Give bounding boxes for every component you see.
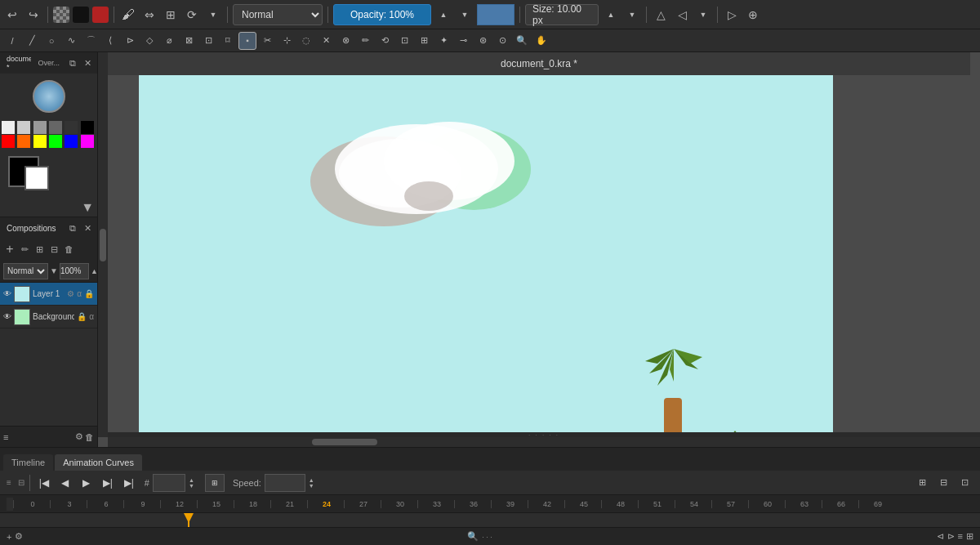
swatch[interactable]: [65, 121, 78, 134]
tab-animation-curves[interactable]: Animation Curves: [55, 454, 142, 471]
onion-prev-icon[interactable]: ⊲: [937, 531, 944, 542]
frame-up-btn[interactable]: ▲: [189, 477, 198, 483]
speed-up-btn[interactable]: ▲: [309, 477, 318, 483]
blend-mode-select[interactable]: Normal: [233, 4, 323, 25]
canvas-content[interactable]: [139, 75, 833, 447]
layer-eye-icon-bg[interactable]: 👁: [3, 312, 11, 321]
timeline-settings-icon[interactable]: ⚙: [15, 531, 23, 542]
layer-eye-icon[interactable]: 👁: [3, 289, 11, 298]
swatch[interactable]: [2, 121, 15, 134]
timeline-cursor[interactable]: [188, 513, 189, 527]
freehand-brush-tool[interactable]: /: [3, 32, 21, 50]
play-btn[interactable]: ▶: [78, 474, 96, 492]
mirror-v-icon[interactable]: ▷: [673, 6, 691, 24]
mirror-h-icon[interactable]: △: [652, 6, 670, 24]
presets-tab[interactable]: document_0.kra *: [3, 53, 31, 73]
go-end-btn[interactable]: ▶|: [120, 474, 138, 492]
layer-group-btn[interactable]: ⊟: [47, 243, 60, 256]
layer-panel-float-btn[interactable]: ⧉: [66, 221, 79, 235]
play-fwd-icon[interactable]: ▷: [723, 6, 741, 24]
swatch[interactable]: [81, 135, 94, 148]
refresh-dropdown-icon[interactable]: ▼: [204, 6, 222, 24]
background-color-box[interactable]: [24, 166, 49, 190]
end-frame-icon[interactable]: ⊟: [934, 474, 952, 492]
ellipse-tool[interactable]: ○: [42, 32, 60, 50]
tool-8[interactable]: ◇: [140, 32, 158, 50]
canvas-scrollbar-v[interactable]: [98, 52, 108, 437]
tool-15[interactable]: ⊹: [278, 32, 296, 50]
onion-next-icon[interactable]: ⊳: [947, 531, 955, 542]
tool-10[interactable]: ⊠: [180, 32, 198, 50]
pan-tool[interactable]: ✋: [532, 32, 550, 50]
overrides-tab[interactable]: Over...: [34, 57, 63, 69]
add-layer-btn[interactable]: +: [3, 243, 16, 256]
foreground-color-icon[interactable]: [92, 7, 109, 23]
tool-23[interactable]: ✦: [434, 32, 452, 50]
undo-icon[interactable]: ↩: [3, 6, 21, 24]
size-up-icon[interactable]: ▲: [602, 6, 620, 24]
zoom-tool[interactable]: 🔍: [513, 32, 531, 50]
brush-preview[interactable]: [33, 80, 65, 113]
select-rect-tool[interactable]: ▪: [238, 32, 256, 50]
tool-9[interactable]: ⌀: [160, 32, 178, 50]
transform-tool[interactable]: ⟲: [376, 32, 394, 50]
tool-25[interactable]: ⊛: [474, 32, 492, 50]
swatch[interactable]: [65, 135, 78, 148]
tool-7[interactable]: ⊳: [121, 32, 139, 50]
timeline-tracks[interactable]: [0, 513, 980, 527]
delete-layer-btn[interactable]: 🗑: [62, 243, 75, 256]
swatch[interactable]: [49, 135, 62, 148]
tool-12[interactable]: ⌑: [219, 32, 237, 50]
brush-preset-icon[interactable]: 🖌: [119, 6, 137, 24]
tool-11[interactable]: ⊡: [199, 32, 217, 50]
scrollbar-thumb-v[interactable]: [100, 229, 106, 261]
swatch[interactable]: [2, 135, 15, 148]
tool-14[interactable]: ✂: [258, 32, 276, 50]
bezier-tool[interactable]: ∿: [62, 32, 80, 50]
frame-number-input[interactable]: 23: [153, 474, 185, 492]
step-back-btn[interactable]: ◀: [56, 474, 74, 492]
onion-skin-icon[interactable]: ≡: [7, 478, 11, 487]
canvas-scrollbar-h[interactable]: [108, 437, 980, 447]
mirror-icon[interactable]: ⇔: [140, 6, 158, 24]
timeline-expand-icon[interactable]: ⊞: [966, 531, 973, 542]
tool-22[interactable]: ⊞: [415, 32, 433, 50]
color-swatch-display[interactable]: [477, 4, 514, 25]
step-forward-btn[interactable]: ▶|: [99, 474, 117, 492]
canvas-timeline-divider[interactable]: · · · · ·: [108, 432, 980, 437]
timeline-add-layer-icon[interactable]: +: [7, 532, 11, 542]
layer-delete-icon[interactable]: 🗑: [85, 432, 94, 442]
wrap-icon[interactable]: ⊞: [162, 6, 180, 24]
tool-24[interactable]: ⊸: [454, 32, 472, 50]
tool-19[interactable]: ✏: [356, 32, 374, 50]
navigate-icon[interactable]: ⊕: [744, 6, 762, 24]
mirror-dropdown-icon[interactable]: ▼: [694, 6, 712, 24]
layer-panel-close-btn[interactable]: ✕: [81, 221, 94, 235]
panel-close-btn[interactable]: ✕: [81, 56, 94, 69]
scroll-down-icon[interactable]: ▼: [81, 200, 94, 215]
loop-icon[interactable]: ⊡: [956, 474, 973, 492]
layer-row-background[interactable]: 👁 Background 🔒 α: [0, 306, 97, 328]
compositions-tab[interactable]: Compositions: [3, 222, 60, 235]
refresh-icon[interactable]: ⟳: [183, 6, 201, 24]
swatch[interactable]: [17, 121, 30, 134]
speed-input[interactable]: 100 %: [265, 474, 305, 492]
layer-row-1[interactable]: 👁 Layer 1 ⚙ α 🔒: [0, 283, 97, 306]
swatch[interactable]: [81, 121, 94, 134]
tool-17[interactable]: ✕: [317, 32, 335, 50]
frame-down-btn[interactable]: ▼: [189, 483, 198, 489]
panel-float-btn[interactable]: ⧉: [66, 56, 79, 69]
tool-16[interactable]: ◌: [297, 32, 315, 50]
tool-18[interactable]: ⊗: [336, 32, 354, 50]
swatch[interactable]: [33, 135, 47, 148]
opacity-up-icon[interactable]: ▲: [434, 6, 452, 24]
crop-tool[interactable]: ⊡: [395, 32, 413, 50]
edit-layer-btn[interactable]: ✏: [18, 243, 31, 256]
layer-opacity-input[interactable]: [60, 263, 89, 279]
fps-mode-btn[interactable]: ⊞: [205, 474, 225, 492]
go-start-btn[interactable]: |◀: [35, 474, 53, 492]
timeline-zoom-icon[interactable]: 🔍: [467, 531, 479, 542]
layer-type-btn[interactable]: ⊞: [33, 243, 46, 256]
layers-icon-timeline[interactable]: ⊟: [18, 478, 24, 487]
swatch[interactable]: [49, 121, 62, 134]
